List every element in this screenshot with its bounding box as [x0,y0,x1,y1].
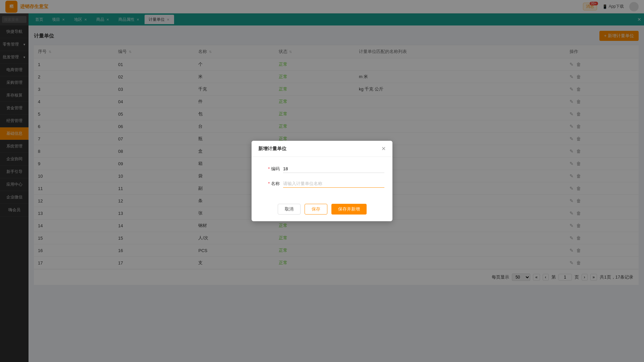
modal-header: 新增计量单位 ✕ [252,141,392,157]
form-label-name: 名称 [260,181,280,187]
save-and-new-button[interactable]: 保存并新增 [331,204,367,215]
form-label-code: 编码 [260,166,280,172]
add-unit-modal: 新增计量单位 ✕ 编码 名称 取消 保存 保存并新增 [252,141,392,221]
modal-close-button[interactable]: ✕ [381,145,386,152]
code-input[interactable] [283,165,384,173]
modal-overlay[interactable]: 新增计量单位 ✕ 编码 名称 取消 保存 保存并新增 [0,0,644,362]
modal-footer: 取消 保存 保存并新增 [252,200,392,221]
modal-title: 新增计量单位 [258,146,286,152]
cancel-button[interactable]: 取消 [278,204,301,215]
save-button[interactable]: 保存 [305,204,327,215]
name-input[interactable] [283,180,384,188]
form-row-name: 名称 [260,180,384,188]
form-row-code: 编码 [260,165,384,173]
modal-body: 编码 名称 [252,157,392,200]
